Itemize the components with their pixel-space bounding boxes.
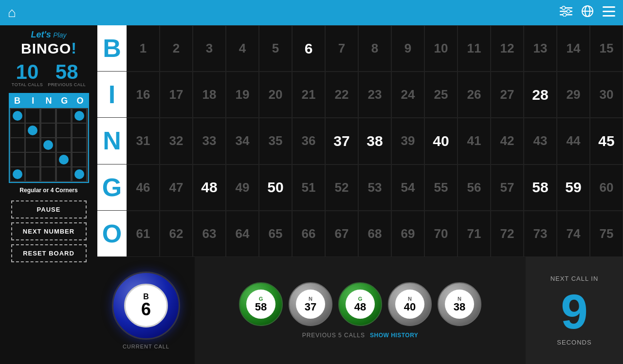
board-cell: 75 [590, 211, 623, 257]
svg-rect-9 [603, 6, 615, 8]
card-cell [11, 167, 24, 181]
logo-lets: Let's [31, 30, 51, 39]
call-stats: 10 TOTAL CALLS 58 PREVIOUS CALL [5, 62, 92, 87]
bingo-header-g: G [56, 94, 72, 108]
logo-play: Play [53, 31, 66, 39]
bingo-header-n: N [41, 94, 56, 108]
card-cell [57, 124, 71, 137]
board-cell: 8 [358, 25, 391, 72]
board-cell: 1 [127, 25, 160, 72]
prev-ball-number: 38 [454, 302, 465, 312]
board-cell: 16 [127, 72, 160, 118]
card-cell [26, 124, 39, 137]
board-grid: B123456789101112131415I16171819202122232… [97, 25, 623, 257]
card-cell [57, 153, 71, 166]
card-cell [26, 153, 39, 166]
board-cell: 30 [590, 72, 623, 118]
card-cell [57, 138, 71, 152]
row-letter: I [97, 72, 127, 118]
prev-calls-info: PREVIOUS 5 CALLS SHOW HISTORY [302, 332, 419, 339]
card-cell [57, 109, 71, 123]
board-cell: 33 [193, 118, 226, 164]
game-type: Regular or 4 Corners [19, 187, 77, 194]
board-cell: 53 [358, 164, 391, 211]
card-cell [26, 109, 39, 123]
prev-ball-inner: N40 [395, 290, 424, 319]
previous-ball: N37 [289, 282, 332, 326]
bingo-header-b: B [10, 94, 25, 108]
previous-ball: N38 [438, 282, 481, 326]
row-letter: N [97, 118, 127, 164]
prev-ball-number: 48 [354, 302, 366, 312]
card-cell [73, 167, 86, 181]
card-cell [11, 124, 24, 137]
nav-right [560, 5, 615, 20]
board-cell: 29 [557, 72, 590, 118]
total-calls-number: 10 [16, 62, 39, 82]
reset-board-button[interactable]: RESET BOARD [11, 244, 87, 262]
board-cell: 28 [524, 72, 557, 118]
control-buttons: PAUSE NEXT NUMBER RESET BOARD [5, 200, 92, 262]
board-cell: 48 [193, 164, 226, 211]
card-cell [41, 109, 55, 123]
total-calls-label: TOTAL CALLS [12, 82, 43, 87]
board-cell: 13 [524, 25, 557, 72]
bingo-card: B I N G O [9, 93, 89, 183]
board-cell: 14 [557, 25, 590, 72]
board-cell: 38 [358, 118, 391, 164]
board-cell: 62 [160, 211, 193, 257]
board-cell: 10 [424, 25, 458, 72]
board-cell: 55 [424, 164, 458, 211]
current-call-ball: B 6 [112, 272, 180, 340]
previous-call-box: 58 PREVIOUS CALL [48, 62, 86, 87]
settings-icon[interactable] [560, 6, 572, 19]
left-sidebar: Let's Play BINGO! 10 TOTAL CALLS 58 PREV… [0, 25, 97, 364]
previous-call-label: PREVIOUS CALL [48, 82, 86, 87]
board-cell: 72 [491, 211, 524, 257]
board-cell: 51 [292, 164, 325, 211]
card-cell [73, 138, 86, 152]
svg-point-5 [563, 13, 567, 17]
board-cell: 68 [358, 211, 391, 257]
board-cell: 67 [325, 211, 358, 257]
bingo-header-i: I [25, 94, 41, 108]
row-letter: G [97, 164, 127, 211]
globe-icon[interactable] [581, 5, 594, 20]
current-ball-inner: B 6 [124, 284, 168, 328]
board-cell: 27 [491, 72, 524, 118]
board-cell: 70 [424, 211, 458, 257]
board-cell: 57 [491, 164, 524, 211]
pause-button[interactable]: PAUSE [11, 200, 87, 218]
prev-ball-inner: N38 [445, 290, 474, 319]
prev-ball-inner: G48 [346, 290, 375, 319]
board-cell: 24 [391, 72, 424, 118]
board-cell: 5 [259, 25, 292, 72]
bingo-header-o: O [72, 94, 88, 108]
card-cell [41, 138, 55, 152]
board-cell: 59 [557, 164, 590, 211]
menu-icon[interactable] [603, 6, 615, 19]
bottom-left: B 6 CURRENT CALL [97, 257, 195, 364]
board-cell: 61 [127, 211, 160, 257]
main-layout: Let's Play BINGO! 10 TOTAL CALLS 58 PREV… [0, 25, 623, 364]
show-history-link[interactable]: SHOW HISTORY [370, 332, 418, 339]
board-cell: 15 [590, 25, 623, 72]
next-call-label: NEXT CALL IN [550, 275, 599, 282]
board-cell: 26 [458, 72, 491, 118]
board-cell: 52 [325, 164, 358, 211]
next-number-button[interactable]: NEXT NUMBER [11, 222, 87, 240]
svg-rect-11 [603, 15, 615, 17]
previous-call-number: 58 [55, 62, 78, 82]
home-icon[interactable]: ⌂ [8, 5, 16, 20]
next-call-number: 9 [561, 287, 588, 336]
board-cell: 21 [292, 72, 325, 118]
board-cell: 4 [226, 25, 259, 72]
board-cell: 69 [391, 211, 424, 257]
board-cell: 54 [391, 164, 424, 211]
card-cell [11, 109, 24, 123]
prev-calls-label: PREVIOUS 5 CALLS [302, 332, 365, 339]
board-cell: 66 [292, 211, 325, 257]
board-cell: 34 [226, 118, 259, 164]
board-cell: 45 [590, 118, 623, 164]
board-cell: 58 [524, 164, 557, 211]
